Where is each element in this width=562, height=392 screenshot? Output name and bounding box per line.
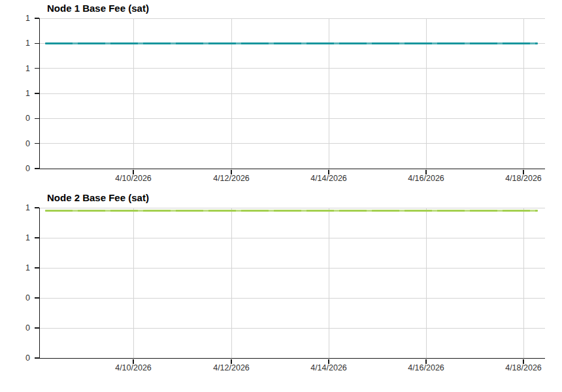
y-axis-tick-label: 1 bbox=[8, 263, 30, 272]
y-axis-tick bbox=[35, 327, 39, 329]
x-axis-tick-label: 4/16/2026 bbox=[399, 174, 454, 183]
y-axis-tick-label: 0 bbox=[8, 323, 30, 333]
chart-title-node1: Node 1 Base Fee (sat) bbox=[47, 3, 149, 14]
x-axis-tick-label: 4/10/2026 bbox=[106, 174, 161, 183]
y-axis-tick-label: 1 bbox=[8, 39, 30, 48]
y-axis-tick-label: 0 bbox=[8, 114, 30, 123]
x-axis-tick-label: 4/16/2026 bbox=[399, 363, 454, 372]
y-axis-tick-label: 1 bbox=[8, 233, 30, 242]
y-axis-tick-label: 1 bbox=[8, 203, 30, 212]
x-axis-tick-label: 4/18/2026 bbox=[496, 363, 551, 372]
y-axis-tick-label: 1 bbox=[8, 14, 30, 23]
y-axis-tick bbox=[35, 18, 39, 19]
x-gridline bbox=[426, 18, 427, 169]
series-line-node-2-base-fee bbox=[45, 210, 538, 212]
y-gridline bbox=[40, 268, 545, 269]
x-gridline bbox=[426, 208, 427, 358]
y-axis-tick-label: 1 bbox=[8, 89, 30, 98]
y-axis-tick bbox=[35, 43, 39, 44]
y-gridline bbox=[40, 238, 545, 238]
dashboard-page: Node 1 Base Fee (sat) 11110004/10/20264/… bbox=[0, 0, 562, 392]
x-gridline bbox=[523, 18, 524, 169]
y-axis-tick-label: 0 bbox=[8, 139, 30, 148]
y-axis-tick-label: 1 bbox=[8, 64, 30, 73]
y-axis-tick bbox=[35, 357, 39, 359]
y-axis-tick-label: 0 bbox=[8, 353, 30, 363]
chart-node2-base-fee: Node 2 Base Fee (sat) 1110004/10/20264/1… bbox=[0, 189, 562, 379]
y-gridline bbox=[40, 143, 545, 144]
y-gridline bbox=[40, 93, 545, 94]
y-axis-tick bbox=[35, 168, 39, 169]
y-axis-tick-label: 0 bbox=[8, 164, 30, 173]
x-gridline bbox=[329, 18, 329, 169]
y-axis-tick bbox=[35, 297, 39, 299]
y-axis-tick bbox=[35, 207, 39, 208]
x-axis-tick-label: 4/14/2026 bbox=[301, 174, 356, 183]
x-gridline bbox=[523, 208, 524, 358]
x-gridline bbox=[133, 18, 134, 169]
x-gridline bbox=[133, 208, 134, 358]
y-axis-tick bbox=[35, 143, 39, 144]
x-axis-tick-label: 4/12/2026 bbox=[204, 363, 259, 372]
y-axis-tick bbox=[35, 93, 39, 94]
x-gridline bbox=[231, 18, 232, 169]
chart-title-node2: Node 2 Base Fee (sat) bbox=[47, 192, 149, 203]
y-axis-tick bbox=[35, 237, 39, 238]
y-axis-tick bbox=[35, 68, 39, 69]
plot-area-node1: 11110004/10/20264/12/20264/14/20264/16/2… bbox=[39, 18, 545, 169]
y-axis-tick-label: 0 bbox=[8, 293, 30, 302]
series-line-node-1-base-fee bbox=[45, 42, 538, 44]
x-gridline bbox=[231, 208, 232, 358]
y-gridline bbox=[40, 118, 545, 119]
y-axis-tick bbox=[35, 118, 39, 120]
y-gridline bbox=[40, 328, 545, 329]
y-gridline bbox=[40, 18, 545, 19]
plot-area-node2: 1110004/10/20264/12/20264/14/20264/16/20… bbox=[39, 208, 545, 359]
x-axis-tick-label: 4/18/2026 bbox=[496, 174, 551, 183]
x-axis-tick-label: 4/10/2026 bbox=[106, 363, 161, 372]
chart-node1-base-fee: Node 1 Base Fee (sat) 11110004/10/20264/… bbox=[0, 0, 562, 189]
y-gridline bbox=[40, 298, 545, 299]
x-axis-tick-label: 4/12/2026 bbox=[204, 174, 259, 183]
x-axis-tick-label: 4/14/2026 bbox=[301, 363, 356, 372]
y-gridline bbox=[40, 68, 545, 69]
y-axis-tick bbox=[35, 267, 39, 269]
y-gridline bbox=[40, 208, 545, 208]
x-gridline bbox=[329, 208, 329, 358]
